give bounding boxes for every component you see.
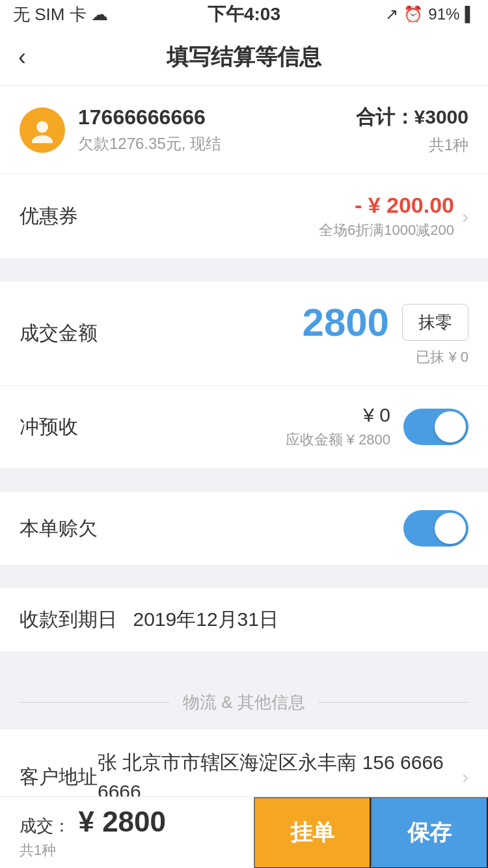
prepay-row: 冲预收 ¥ 0 应收金额 ¥ 2800 <box>0 386 488 468</box>
logistics-line-right <box>318 702 468 703</box>
logistics-divider: 物流 & 其他信息 <box>0 675 488 729</box>
prepay-toggle[interactable] <box>403 409 468 445</box>
status-left: 无 SIM 卡 ☁ <box>13 3 108 26</box>
divider-2 <box>0 480 488 492</box>
prepay-right: ¥ 0 应收金额 ¥ 2800 <box>286 404 390 450</box>
status-time: 下午4:03 <box>208 2 280 27</box>
save-button[interactable]: 保存 <box>371 797 488 869</box>
debt-section: 本单赊欠 <box>0 492 488 565</box>
bottom-bar: 成交： ¥ 2800 共1种 挂单 保存 <box>0 796 488 868</box>
customer-total: 合计：¥3000 共1种 <box>356 104 468 156</box>
coupon-chevron-icon: › <box>462 206 468 228</box>
customer-section: 17666666666 欠款1276.35元, 现结 合计：¥3000 共1种 … <box>0 86 488 258</box>
due-date-label: 收款到期日 <box>20 608 117 630</box>
customer-debt: 欠款1276.35元, 现结 <box>78 133 356 154</box>
total-count: 共1种 <box>356 135 468 156</box>
bottom-deal-amount: ¥ 2800 <box>78 806 166 837</box>
prepay-amount: ¥ 0 <box>363 404 390 426</box>
address-chevron-icon: › <box>462 766 468 788</box>
hang-button[interactable]: 挂单 <box>254 797 371 869</box>
coupon-amount: - ¥ 200.00 <box>355 193 454 218</box>
due-date-row: 收款到期日 2019年12月31日 <box>0 588 488 652</box>
deal-amount-value: 2800 <box>303 300 389 345</box>
logistics-text: 物流 & 其他信息 <box>183 691 305 714</box>
debt-toggle[interactable] <box>403 510 468 547</box>
deal-amount-row: 成交金额 2800 抹零 已抹 ¥ 0 <box>0 282 488 386</box>
divider-4 <box>0 664 488 675</box>
divider-1 <box>0 270 488 282</box>
divider-3 <box>0 576 488 588</box>
prepay-label: 冲预收 <box>20 414 286 441</box>
sim-text: 无 SIM 卡 ☁ <box>13 3 108 26</box>
coupon-right: - ¥ 200.00 全场6折满1000减200 <box>319 193 454 240</box>
coupon-row[interactable]: 优惠券 - ¥ 200.00 全场6折满1000减200 › <box>0 174 488 258</box>
status-bar: 无 SIM 卡 ☁ 下午4:03 ↗ ⏰ 91% ▌ <box>0 0 488 29</box>
deal-section: 成交金额 2800 抹零 已抹 ¥ 0 冲预收 ¥ 0 应收金额 ¥ 2800 <box>0 282 488 468</box>
bottom-summary: 成交： ¥ 2800 共1种 <box>0 806 254 860</box>
customer-phone: 17666666666 <box>78 105 356 129</box>
coupon-label: 优惠券 <box>20 203 319 230</box>
address-label: 客户地址 <box>20 764 98 791</box>
coupon-desc: 全场6折满1000减200 <box>319 221 454 240</box>
status-right: ↗ ⏰ 91% ▌ <box>385 5 475 23</box>
alarm-icon: ⏰ <box>403 5 423 23</box>
debt-row: 本单赊欠 <box>0 492 488 565</box>
deal-right: 2800 抹零 已抹 ¥ 0 <box>303 300 468 367</box>
location-icon: ↗ <box>385 5 398 23</box>
rounded-sub: 已抹 ¥ 0 <box>416 347 468 367</box>
customer-info: 17666666666 欠款1276.35元, 现结 <box>78 105 356 154</box>
debt-label: 本单赊欠 <box>20 515 390 542</box>
battery-text: 91% <box>428 5 459 23</box>
due-date-section: 收款到期日 2019年12月31日 <box>0 588 488 652</box>
due-date-value: 2019年12月31日 <box>133 608 278 630</box>
deal-amount-label: 成交金额 <box>20 320 303 347</box>
logistics-line-left <box>20 702 170 703</box>
page-title: 填写结算等信息 <box>167 42 321 72</box>
back-button[interactable]: ‹ <box>18 44 26 71</box>
avatar <box>20 107 65 153</box>
bottom-count: 共1种 <box>20 841 234 860</box>
svg-point-0 <box>36 121 48 133</box>
round-zero-button[interactable]: 抹零 <box>402 304 468 341</box>
total-amount: 合计：¥3000 <box>356 104 468 131</box>
bottom-deal-row: 成交： ¥ 2800 <box>20 806 234 838</box>
battery-icon: ▌ <box>465 6 475 23</box>
customer-row: 17666666666 欠款1276.35元, 现结 合计：¥3000 共1种 <box>0 86 488 174</box>
nav-bar: ‹ 填写结算等信息 <box>0 29 488 86</box>
svg-point-1 <box>32 135 53 143</box>
deal-amount-controls: 2800 抹零 <box>303 300 468 345</box>
bottom-deal-label: 成交： <box>20 816 70 835</box>
debt-toggle-knob <box>435 513 466 544</box>
toggle-knob <box>435 411 466 442</box>
prepay-receivable: 应收金额 ¥ 2800 <box>286 430 390 450</box>
